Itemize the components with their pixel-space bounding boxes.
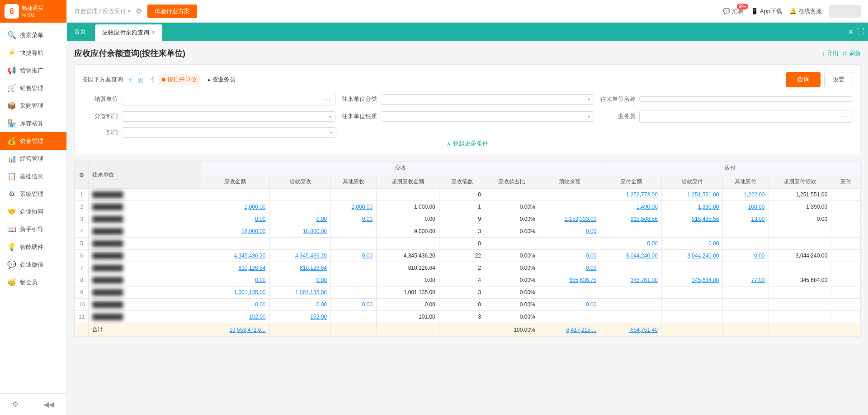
row-recv-amt[interactable]: 810,126.64 xyxy=(201,262,269,274)
filter-option-party[interactable]: 按往来单位 xyxy=(158,74,200,86)
row-pay-amt[interactable]: 915,508.56 xyxy=(600,213,662,225)
row-pay-amt[interactable] xyxy=(600,299,662,311)
row-prepay[interactable]: 655,636.75 xyxy=(539,274,600,286)
filter-input-settlement[interactable]: ··· xyxy=(122,93,335,105)
export-button[interactable]: ↑ 导出 xyxy=(822,49,839,57)
sidebar-item-12[interactable]: 💡智能硬件 xyxy=(0,238,66,256)
row-pay-other[interactable] xyxy=(723,262,769,274)
sidebar-item-1[interactable]: ⚡快捷导航 xyxy=(0,44,66,62)
row-pay-other[interactable]: 77.00 xyxy=(723,274,769,286)
row-recv-other[interactable] xyxy=(331,286,377,299)
row-pay-loan[interactable]: 1,251,551.00 xyxy=(661,189,723,201)
row-pay-other[interactable] xyxy=(723,299,769,311)
row-recv-loan[interactable]: 4,345,436.20 xyxy=(269,250,331,262)
filter-option-salesperson[interactable]: ● 按业务员 xyxy=(204,74,239,86)
filter-input-party-name[interactable] xyxy=(639,96,853,102)
app-download-action[interactable]: 📱 App下载 xyxy=(751,7,782,15)
row-pay-amt[interactable] xyxy=(600,262,662,274)
sidebar-settings-icon[interactable]: ⚙ xyxy=(9,398,22,410)
row-prepay[interactable]: 2,153,333.00 xyxy=(539,213,600,225)
sidebar-item-5[interactable]: 🏪库存核算 xyxy=(0,114,66,132)
row-pay-other[interactable] xyxy=(723,286,769,299)
sidebar-item-6[interactable]: 💰资金管理 xyxy=(0,132,66,150)
row-recv-loan[interactable]: 152.00 xyxy=(269,311,331,323)
row-recv-amt[interactable]: 4,345,436.20 xyxy=(201,250,269,262)
row-prepay[interactable] xyxy=(539,189,600,201)
row-pay-loan[interactable]: 3,044,240.00 xyxy=(661,250,723,262)
filter-input-party-nature[interactable]: ▾ xyxy=(381,111,594,122)
filter-input-dept[interactable]: ▾ xyxy=(122,111,335,122)
sidebar-item-3[interactable]: 🛒销售管理 xyxy=(0,79,66,97)
filter-settings-icon[interactable]: ◎ xyxy=(137,76,144,84)
row-pay-loan[interactable] xyxy=(661,286,723,299)
row-pay-other[interactable] xyxy=(723,311,769,323)
row-recv-loan[interactable] xyxy=(269,201,331,213)
messages-action[interactable]: 💬 消息 99+ xyxy=(723,7,744,15)
row-pay-amt[interactable]: 0.00 xyxy=(600,238,662,250)
row-recv-amt[interactable]: 152.00 xyxy=(201,311,269,323)
tab-close-icon[interactable]: × xyxy=(152,29,155,36)
row-recv-other[interactable]: 0.00 xyxy=(331,250,377,262)
promo-button[interactable]: 体验行业方案 xyxy=(147,5,197,18)
row-pay-amt[interactable]: 1,490.00 xyxy=(600,201,662,213)
row-recv-other[interactable] xyxy=(331,225,377,238)
online-service-action[interactable]: 🔔 在线客服 xyxy=(789,7,822,15)
row-recv-other[interactable] xyxy=(331,238,377,250)
sidebar-item-10[interactable]: 🤝企业协同 xyxy=(0,203,66,220)
row-prepay[interactable] xyxy=(539,286,600,299)
row-recv-amt[interactable]: 1,001,135.00 xyxy=(201,286,269,299)
settings-button[interactable]: 设置 xyxy=(824,72,853,87)
row-recv-other[interactable] xyxy=(331,274,377,286)
sidebar-item-4[interactable]: 📦采购管理 xyxy=(0,97,66,114)
row-pay-loan[interactable]: 0.00 xyxy=(661,238,723,250)
filter-collapse-icon[interactable]: 《 xyxy=(147,75,155,85)
row-recv-other[interactable] xyxy=(331,311,377,323)
filter-input-salesperson[interactable]: ··· xyxy=(639,110,853,123)
sidebar-item-7[interactable]: 📊经营管理 xyxy=(0,150,66,167)
tab-active[interactable]: 应收应付余额查询 × xyxy=(95,24,162,41)
row-pay-loan[interactable]: 345,684.00 xyxy=(661,274,723,286)
row-pay-amt[interactable] xyxy=(600,286,662,299)
row-recv-amt[interactable]: 0.00 xyxy=(201,213,269,225)
row-recv-other[interactable] xyxy=(331,189,377,201)
collapse-conditions-button[interactable]: ∧ 收起更多条件 xyxy=(82,139,853,148)
row-recv-other[interactable] xyxy=(331,262,377,274)
col-settings-header[interactable]: ⚙ xyxy=(75,162,89,189)
row-recv-loan[interactable]: 810,126.64 xyxy=(269,262,331,274)
row-recv-loan[interactable]: 0.00 xyxy=(269,213,331,225)
row-recv-amt[interactable]: 18,000.00 xyxy=(201,225,269,238)
row-recv-other[interactable]: 0.00 xyxy=(331,213,377,225)
row-pay-loan[interactable] xyxy=(661,311,723,323)
row-pay-loan[interactable]: 915,495.56 xyxy=(661,213,723,225)
row-pay-loan[interactable] xyxy=(661,299,723,311)
row-pay-other[interactable]: 100.00 xyxy=(723,201,769,213)
row-prepay[interactable] xyxy=(539,238,600,250)
sidebar-item-14[interactable]: 👑畅会员 xyxy=(0,273,66,291)
row-pay-other[interactable] xyxy=(723,225,769,238)
row-recv-other[interactable]: 1,000.00 xyxy=(331,201,377,213)
filter-input-division[interactable]: ▾ xyxy=(122,127,336,138)
row-recv-amt[interactable]: 0.00 xyxy=(201,274,269,286)
tab-close-window-icon[interactable]: ✕ xyxy=(848,28,854,36)
row-recv-amt[interactable] xyxy=(201,189,269,201)
row-prepay[interactable]: 0.00 xyxy=(539,262,600,274)
sidebar-item-0[interactable]: 🔍搜索菜单 xyxy=(0,26,66,44)
row-pay-loan[interactable] xyxy=(661,262,723,274)
sidebar-item-13[interactable]: 💬企业微信 xyxy=(0,256,66,273)
row-pay-other[interactable]: 0.00 xyxy=(723,250,769,262)
filter-input-party-type[interactable]: ▾ xyxy=(381,94,594,105)
row-prepay[interactable] xyxy=(539,201,600,213)
row-pay-other[interactable] xyxy=(723,238,769,250)
row-recv-other[interactable]: 0.00 xyxy=(331,299,377,311)
row-pay-loan[interactable]: 1,390.00 xyxy=(661,201,723,213)
header-gear-icon[interactable]: ⚙ xyxy=(136,7,142,15)
row-prepay[interactable] xyxy=(539,311,600,323)
row-pay-amt[interactable] xyxy=(600,225,662,238)
row-pay-loan[interactable] xyxy=(661,225,723,238)
row-recv-amt[interactable]: 0.00 xyxy=(201,299,269,311)
sidebar-item-9[interactable]: ⚙系统管理 xyxy=(0,185,66,203)
tab-home[interactable]: 首页 xyxy=(67,23,93,41)
sidebar-item-11[interactable]: 📖新手引导 xyxy=(0,220,66,238)
user-avatar[interactable] xyxy=(829,5,861,18)
row-recv-loan[interactable]: 0.00 xyxy=(269,274,331,286)
